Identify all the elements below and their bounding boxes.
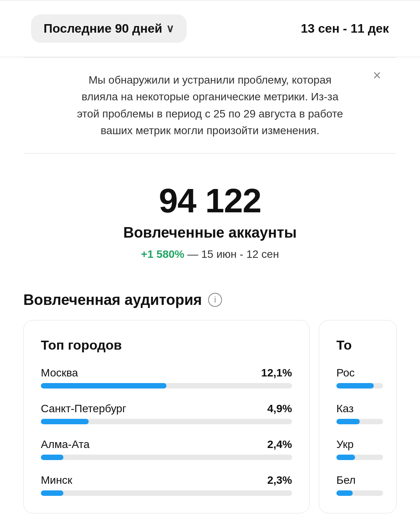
city-label: Алма-Ата: [41, 438, 89, 451]
metric-number: 94 122: [16, 181, 404, 220]
city-pct: 2,3%: [267, 474, 292, 486]
city-label: Москва: [41, 367, 78, 379]
close-button[interactable]: ×: [373, 68, 381, 82]
partial-city-label: Рос: [336, 367, 396, 379]
bar-track: [41, 383, 292, 388]
bar-fill: [41, 490, 63, 496]
metric-change: +1 580% — 15 июн - 12 сен: [16, 248, 404, 261]
chevron-down-icon: ∨: [166, 22, 174, 35]
info-icon[interactable]: i: [208, 293, 222, 307]
countries-card-partial: То Рос Каз Укр Бел: [319, 320, 397, 513]
date-range: 13 сен - 11 дек: [301, 21, 389, 36]
partial-bar-item-kaz: Каз: [336, 402, 396, 424]
metric-change-positive: +1 580%: [141, 248, 184, 260]
partial-bar-item-ukr: Укр: [336, 438, 396, 460]
notice-banner: × Мы обнаружили и устранили проблему, ко…: [23, 57, 397, 154]
header-row: Последние 90 дней ∨ 13 сен - 11 дек: [0, 0, 420, 57]
city-pct: 2,4%: [267, 438, 292, 451]
bar-track: [41, 419, 292, 424]
partial-bar-track: [336, 490, 383, 496]
notice-text: Мы обнаружили и устранили проблему, кото…: [74, 72, 346, 139]
partial-bar-fill: [336, 490, 353, 496]
partial-bar-track: [336, 383, 383, 388]
partial-bar-item-bel: Бел: [336, 474, 396, 496]
partial-city-label: Бел: [336, 474, 396, 486]
cities-card: Топ городов Москва 12,1% Санкт-Петербург…: [23, 320, 310, 513]
partial-bar-item-russia: Рос: [336, 367, 396, 388]
partial-city-label: Каз: [336, 402, 396, 415]
city-label: Санкт-Петербург: [41, 402, 126, 415]
partial-bar-fill: [336, 419, 360, 424]
partial-bar-track: [336, 455, 383, 460]
metric-change-rest: — 15 июн - 12 сен: [184, 248, 279, 260]
city-label: Минск: [41, 474, 72, 486]
cards-row: Топ городов Москва 12,1% Санкт-Петербург…: [0, 320, 420, 525]
bar-track: [41, 455, 292, 460]
period-selector[interactable]: Последние 90 дней ∨: [31, 14, 187, 43]
section-title-row: Вовлеченная аудитория i: [0, 284, 420, 320]
metric-label: Вовлеченные аккаунты: [16, 224, 404, 241]
partial-bar-fill: [336, 455, 355, 460]
partial-city-label: Укр: [336, 438, 396, 451]
main-metric-section: 94 122 Вовлеченные аккаунты +1 580% — 15…: [0, 154, 420, 284]
cities-card-title: Топ городов: [41, 338, 292, 353]
period-label: Последние 90 дней: [44, 21, 162, 36]
bar-item-almaty: Алма-Ата 2,4%: [41, 438, 292, 460]
partial-bar-fill: [336, 383, 374, 388]
countries-card-title: То: [336, 338, 396, 353]
section-title: Вовлеченная аудитория: [23, 292, 202, 308]
bar-fill: [41, 455, 63, 460]
bar-fill: [41, 419, 89, 424]
bar-fill: [41, 383, 166, 388]
city-pct: 12,1%: [261, 367, 292, 379]
partial-bar-track: [336, 419, 383, 424]
bar-item-moscow: Москва 12,1%: [41, 367, 292, 388]
bar-item-spb: Санкт-Петербург 4,9%: [41, 402, 292, 424]
bar-item-minsk: Минск 2,3%: [41, 474, 292, 496]
bar-track: [41, 490, 292, 496]
city-pct: 4,9%: [267, 402, 292, 415]
